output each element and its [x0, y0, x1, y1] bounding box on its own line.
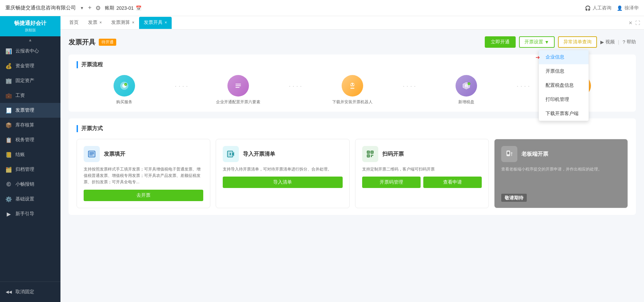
flow-step-icon-4: 税 + — [456, 75, 477, 97]
tab-cesuan-label: 发票测算 — [111, 20, 130, 26]
sidebar-item-label-xinshouyin: 新手引导 — [15, 211, 34, 217]
settings-dropdown: ➜ 企业信息 开票信息 配置税盘信息 打印机管理 下 — [539, 50, 589, 121]
sidebar-item-label-quxiao: 取消固定 — [15, 289, 34, 295]
saoma-btn1[interactable]: 开票码管理 — [362, 177, 421, 188]
flow-step-label-1: 购买服务 — [116, 99, 132, 105]
sidebar-item-label-jichushezhi: 基础设置 — [15, 196, 34, 202]
activate-button[interactable]: 立即开通 — [485, 36, 516, 48]
sidebar-item-label-xiaochang: 小畅报销 — [15, 181, 34, 187]
svg-rect-30 — [372, 155, 373, 156]
flow-step-label-4: 新增税盘 — [458, 99, 474, 105]
tab-close-icon[interactable]: ✕ — [629, 20, 633, 26]
tab-fapiao[interactable]: 发票 × — [83, 17, 106, 29]
user-info[interactable]: 👤 徐泽华 — [617, 5, 639, 11]
page-actions: 立即开通 开票设置 ▼ 异常清单查询 ▶ 视频 | ? 帮助 — [485, 36, 636, 48]
sidebar-item-guidang[interactable]: 🗂️ 归档管理 — [0, 162, 60, 177]
tab-home[interactable]: 首页 — [65, 17, 83, 29]
headset-icon: 🎧 — [585, 5, 591, 11]
sidebar-item-zijin[interactable]: 💰 资金管理 — [0, 59, 60, 73]
tab-expand-icon[interactable]: ⛶ — [635, 20, 640, 26]
flow-step-4: 税 + 新增税盘 — [419, 75, 514, 105]
sidebar-item-shuiwu[interactable]: 📋 税务管理 — [0, 133, 60, 147]
pending-badge: 敬请期待 — [501, 194, 527, 202]
tab-kaiju-label: 发票开具 — [144, 20, 163, 26]
svg-rect-4 — [235, 85, 241, 86]
method-card-saoma: 扫码开票 支持定制开票二维码，客户端可扫码开票 开票码管理 查看申请 — [355, 139, 489, 208]
tab-cesuan[interactable]: 发票测算 × — [106, 17, 139, 29]
method-card-laoban-header: 老板端开票 — [501, 146, 621, 162]
tabs-bar: 首页 发票 × 发票测算 × 发票开具 × ✕ ⛶ — [60, 16, 644, 30]
red-arrow-icon: ➜ — [535, 54, 540, 61]
method-section-title: 开票方式 — [77, 125, 628, 132]
method-card-saoma-header: 扫码开票 — [362, 146, 482, 162]
settings-icon[interactable]: ⚙ — [95, 4, 101, 12]
saoma-btns: 开票码管理 查看申请 — [362, 177, 482, 188]
sidebar-item-xiaochang[interactable]: © 小畅报销 — [0, 177, 60, 192]
tiankao-btn[interactable]: 去开票 — [84, 190, 203, 201]
top-bar-right: 🎧 人工咨询 👤 徐泽华 — [585, 5, 639, 11]
logo-sub: 旗舰版 — [25, 28, 36, 33]
status-badge: 待开通 — [99, 39, 116, 46]
method-section: 开票方式 — [69, 118, 636, 215]
svg-text:+: + — [125, 83, 127, 86]
flow-step-label-2: 企业开通配置开票六要素 — [216, 99, 260, 105]
help-button[interactable]: ? 帮助 — [622, 39, 636, 45]
saoma-icon — [362, 146, 378, 162]
dropdown-item-xiazai[interactable]: 下载开票客户端 — [539, 107, 589, 121]
daoru-btn[interactable]: 导入清单 — [223, 177, 342, 188]
settings-button[interactable]: 开票设置 ▼ — [519, 36, 555, 48]
svg-rect-34 — [507, 155, 508, 156]
xinshouyin-icon: ▶ — [5, 211, 12, 217]
svg-rect-7 — [350, 88, 354, 89]
svg-rect-36 — [511, 153, 513, 153]
sidebar-item-gongzi[interactable]: 💼 工资 — [0, 88, 60, 103]
svg-rect-26 — [368, 152, 369, 153]
sidebar-item-gudingzichan[interactable]: 🏢 固定资产 — [0, 73, 60, 88]
shuiwu-icon: 📋 — [5, 137, 12, 143]
method-card-laoban-desc: 查看老板端小程序提交的开票申请，并作出相应的处理。 — [501, 166, 621, 173]
support-info[interactable]: 🎧 人工咨询 — [585, 5, 611, 11]
sidebar-item-jichushezhi[interactable]: ⚙️ 基础设置 — [0, 192, 60, 206]
help-icon: ? — [622, 39, 625, 45]
flow-step-icon-2 — [227, 75, 249, 97]
method-card-tiankao-desc: 支持按照发票样式手工填开发票；可开具增值税电子普通发票、增值税普通发票、增值税专… — [84, 166, 203, 186]
svg-rect-29 — [371, 155, 372, 156]
flow-step-icon-3 — [342, 75, 363, 97]
calendar-icon[interactable]: 📅 — [136, 5, 141, 11]
daoru-icon — [223, 146, 239, 162]
top-bar-left: 重庆畅捷交通信息咨询有限公司 ▼ + ⚙ 账期 2023-01 📅 — [5, 4, 141, 12]
sidebar-item-jiezhang[interactable]: 📒 结账 — [0, 147, 60, 162]
tab-cesuan-close[interactable]: × — [132, 20, 134, 25]
company-name[interactable]: 重庆畅捷交通信息咨询有限公司 — [5, 5, 76, 11]
dropdown-item-peizhi[interactable]: 配置税盘信息 — [539, 78, 589, 92]
sidebar-item-quxiao[interactable]: ◀◀ 取消固定 — [0, 285, 60, 299]
sidebar-item-yunbao[interactable]: 📊 云报表中心 — [0, 44, 60, 59]
sidebar-item-label-shuiwu: 税务管理 — [15, 137, 34, 143]
tab-fapiao-close[interactable]: × — [99, 20, 102, 25]
dropdown-item-dayinji[interactable]: 打印机管理 — [539, 92, 589, 107]
dropdown-item-kaipiaoxinxi[interactable]: 开票信息 — [539, 64, 589, 78]
sidebar-item-label-gudingzichan: 固定资产 — [15, 78, 34, 84]
dropdown-item-qiyexinxi[interactable]: ➜ 企业信息 — [539, 50, 589, 64]
sidebar-item-kucun[interactable]: 📦 库存核算 — [0, 118, 60, 133]
tab-kaiju-close[interactable]: × — [165, 20, 167, 25]
method-card-daoru-header: 导入开票清单 — [223, 146, 342, 162]
quxiao-icon: ◀◀ — [5, 289, 12, 295]
sidebar-item-label-fapiao: 发票管理 — [15, 107, 34, 113]
method-card-saoma-desc: 支持定制开票二维码，客户端可扫码开票 — [362, 166, 482, 173]
sidebar-item-fapiao[interactable]: 🧾 发票管理 — [0, 103, 60, 118]
method-card-daoru-title: 导入开票清单 — [243, 151, 275, 158]
video-button[interactable]: ▶ 视频 — [600, 39, 615, 45]
add-button[interactable]: + — [88, 4, 92, 11]
sidebar-item-xinshouyin[interactable]: ▶ 新手引导 — [0, 206, 60, 221]
flow-step-label-3: 下载并安装开票机器人 — [332, 99, 373, 105]
sidebar-bottom: ◀◀ 取消固定 — [0, 281, 60, 302]
method-card-saoma-title: 扫码开票 — [382, 151, 404, 158]
scroll-up-btn[interactable]: ▲ — [0, 36, 60, 44]
tab-kaiju[interactable]: 发票开具 × — [139, 17, 172, 29]
company-arrow-icon[interactable]: ▼ — [80, 6, 84, 10]
exception-button[interactable]: 异常清单查询 — [558, 36, 597, 48]
saoma-btn2[interactable]: 查看申请 — [423, 177, 482, 188]
svg-rect-33 — [507, 152, 509, 154]
laoban-pending-area: 敬请期待 — [501, 192, 621, 201]
